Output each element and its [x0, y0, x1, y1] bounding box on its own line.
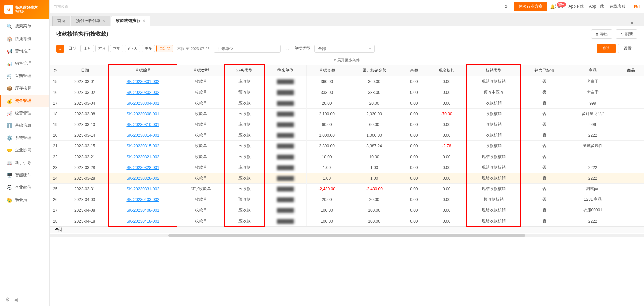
- date-custom-button[interactable]: 自定义: [156, 45, 173, 52]
- date-this-month-button[interactable]: 本月: [95, 45, 109, 52]
- user-name[interactable]: Rit: [634, 4, 640, 9]
- cell-cash-discount: 0.00: [427, 76, 467, 87]
- messages-badge[interactable]: 🔔 消息 99+: [550, 4, 563, 9]
- table-row[interactable]: 202023-03-14SK-20230314-001收款单应收款██████1…: [50, 130, 644, 141]
- table-row[interactable]: 252023-03-31SK-20230331-002红字收款单应收款█████…: [50, 184, 644, 194]
- date-this-year-button[interactable]: 本年: [110, 45, 123, 52]
- partner-filter-input[interactable]: [214, 45, 281, 53]
- sidebar-item-畅会员[interactable]: 👑畅会员: [0, 194, 49, 206]
- sidebar-item-新手引导[interactable]: 📖新手引导: [0, 157, 49, 169]
- col-gear[interactable]: ⚙: [50, 65, 61, 76]
- topbar-actions: 🔔 消息 99+ App下载 App下载 在线客服 Rit: [550, 4, 640, 9]
- settings-icon[interactable]: ⚙: [5, 296, 10, 303]
- tab-close-icon[interactable]: ✕: [102, 19, 105, 23]
- date-last-month-button[interactable]: 上月: [80, 45, 94, 52]
- cell-write-off-type: 预收款核销: [467, 194, 521, 205]
- sidebar-item-基础信息[interactable]: ℹ️基础信息: [0, 119, 49, 132]
- table-row[interactable]: 282023-04-18SK-20230418-001收款单应收款██████1…: [50, 216, 644, 227]
- refresh-button[interactable]: ↻ 刷新: [616, 29, 637, 39]
- cell-included: 否: [521, 76, 568, 87]
- cell-write-off-type: 收款核销: [467, 109, 521, 119]
- cell-product2: [618, 151, 644, 162]
- collapse-icon[interactable]: ◀: [14, 297, 18, 302]
- cell-doc-no[interactable]: SK-20230314-001: [109, 130, 177, 141]
- filter-toggle-button[interactable]: »: [56, 45, 64, 53]
- cell-amount: 1.00: [306, 162, 347, 173]
- tab-close-icon[interactable]: ✕: [142, 19, 145, 23]
- online-service-link[interactable]: 在线客服: [609, 4, 626, 9]
- cell-doc-no[interactable]: SK-20230302-002: [109, 87, 177, 98]
- sidebar-item-资金管理[interactable]: 💰资金管理: [0, 95, 49, 107]
- sidebar-item-系统管理[interactable]: ⚙️系统管理: [0, 132, 49, 144]
- table-row[interactable]: 272023-04-08SK-20230408-001收款单应收款██████1…: [50, 205, 644, 216]
- cell-doc-no[interactable]: SK-20230328-002: [109, 173, 177, 184]
- cell-write-off-type: 收款核销: [467, 141, 521, 151]
- table-row[interactable]: 192023-03-10SK-20230310-001收款单应收款██████6…: [50, 119, 644, 130]
- date-last-7days-button[interactable]: 近7天: [125, 45, 140, 52]
- filter-settings-button[interactable]: 设置: [618, 44, 637, 53]
- sidebar-item-快捷导航[interactable]: 🏠快捷导航: [0, 33, 49, 45]
- sidebar-item-营销推广[interactable]: 📢营销推广: [0, 45, 49, 57]
- sidebar-item-智能硬件[interactable]: 🖥️智能硬件: [0, 169, 49, 181]
- table-row[interactable]: 172023-03-04SK-20230304-001收款单应收款██████2…: [50, 98, 644, 109]
- sidebar-item-企业微信[interactable]: 💬企业微信: [0, 181, 49, 194]
- cell-cash-discount: 0.00: [427, 162, 467, 173]
- cell-doc-no[interactable]: SK-20230331-002: [109, 184, 177, 194]
- cell-doc-no[interactable]: SK-20230321-003: [109, 151, 177, 162]
- cell-num: 28: [50, 216, 61, 227]
- query-button[interactable]: 查询: [597, 44, 616, 53]
- tab-首页[interactable]: 首页: [52, 16, 70, 26]
- export-button[interactable]: ⬆ 导出: [591, 29, 612, 39]
- cell-doc-no[interactable]: SK-20230403-002: [109, 194, 177, 205]
- sidebar-item-label: 智能硬件: [15, 172, 31, 178]
- table-row[interactable]: 162023-03-02SK-20230302-002收款单预收款██████3…: [50, 87, 644, 98]
- industry-solution-button[interactable]: 体验行业方案: [514, 2, 547, 11]
- sidebar-item-搜索菜单[interactable]: 🔍搜索菜单: [0, 20, 49, 33]
- sidebar-item-库存核算[interactable]: 📦库存核算: [0, 82, 49, 95]
- expand-more-button[interactable]: ▾ 展开更多条件: [50, 56, 644, 64]
- close-all-icon[interactable]: ✕: [630, 20, 634, 26]
- table-footer: 合计: [50, 227, 644, 233]
- topbar-settings-icon[interactable]: ⚙: [502, 2, 511, 11]
- cell-biz-type: 应收款: [224, 119, 265, 130]
- topbar: 当前位置... ⚙ 体验行业方案 🔔 消息 99+ App下载 App下载 在线…: [50, 0, 644, 13]
- cell-doc-type: 收款单: [177, 109, 224, 119]
- tab-收款核销执行[interactable]: 收款核销执行✕: [111, 16, 150, 26]
- cell-write-off-type: 现结收款核销: [467, 151, 521, 162]
- expand-icon: ▾: [334, 58, 336, 62]
- cell-date: 2023-03-10: [61, 119, 109, 130]
- sidebar-item-采购管理[interactable]: 🛒采购管理: [0, 70, 49, 82]
- table-row[interactable]: 152023-03-01SK-20230301-002收款单应收款██████3…: [50, 76, 644, 87]
- cell-num: 21: [50, 141, 61, 151]
- app-download-link[interactable]: App下载: [569, 4, 584, 9]
- cell-doc-no[interactable]: SK-20230308-001: [109, 109, 177, 119]
- scrollbar-thumb[interactable]: [168, 234, 525, 237]
- cell-doc-no[interactable]: SK-20230418-001: [109, 216, 177, 227]
- cell-doc-no[interactable]: SK-20230328-001: [109, 162, 177, 173]
- cell-balance: 0.00: [401, 173, 427, 184]
- sidebar-item-企业协同[interactable]: 🤝企业协同: [0, 144, 49, 157]
- table-row[interactable]: 262023-04-03SK-20230403-002收款单预收款██████2…: [50, 194, 644, 205]
- fullscreen-icon[interactable]: ⛶: [637, 20, 641, 26]
- sidebar-bottom: ⚙ ◀: [0, 293, 49, 306]
- cell-doc-no[interactable]: SK-20230310-001: [109, 119, 177, 130]
- date-more-button[interactable]: 更多: [142, 45, 155, 52]
- cell-doc-no[interactable]: SK-20230408-001: [109, 205, 177, 216]
- table-row[interactable]: 242023-03-28SK-20230328-002收款单应收款██████1…: [50, 173, 644, 184]
- cell-doc-no[interactable]: SK-20230301-002: [109, 76, 177, 87]
- app-download-text[interactable]: App下载: [589, 4, 604, 9]
- cell-cash-discount: 0.00: [427, 173, 467, 184]
- sidebar-item-销售管理[interactable]: 📊销售管理: [0, 57, 49, 70]
- table-row[interactable]: 182023-03-08SK-20230308-001收款单应收款██████2…: [50, 109, 644, 119]
- table-row[interactable]: 232023-03-28SK-20230328-001收款单应收款██████1…: [50, 162, 644, 173]
- table-row[interactable]: 222023-03-21SK-20230321-003收款单应收款██████1…: [50, 151, 644, 162]
- table-scrollbar[interactable]: [50, 234, 644, 237]
- data-table-container[interactable]: ⚙ 日期 单据编号 单据类型 业务类型 往来单位 单据金额 累计核销金额 余额 …: [50, 64, 644, 306]
- tab-预付应收付单[interactable]: 预付应收付单✕: [71, 16, 110, 26]
- cell-doc-no[interactable]: SK-20230315-002: [109, 141, 177, 151]
- receipt-type-select[interactable]: 全部: [314, 45, 375, 53]
- table-row[interactable]: 212023-03-15SK-20230315-002收款单应收款██████3…: [50, 141, 644, 151]
- date-range-display: 不限 至 2023-07-26: [177, 46, 209, 51]
- sidebar-item-经营管理[interactable]: 📈经营管理: [0, 107, 49, 119]
- cell-doc-no[interactable]: SK-20230304-001: [109, 98, 177, 109]
